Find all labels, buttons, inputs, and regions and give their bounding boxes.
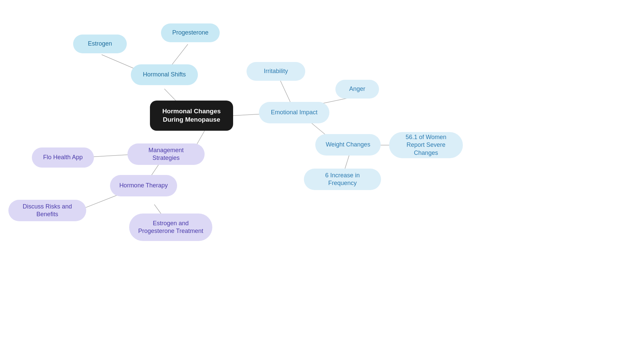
discuss-risks-label: Discuss Risks and Benefits <box>16 203 79 219</box>
estrogen-progesterone-node: Estrogen and Progesterone Treatment <box>129 214 212 241</box>
hormonal-shifts-node: Hormonal Shifts <box>131 64 198 85</box>
hormonal-shifts-label: Hormonal Shifts <box>143 71 186 78</box>
estrogen-progesterone-label: Estrogen and Progesterone Treatment <box>137 220 205 235</box>
hormone-therapy-label: Hormone Therapy <box>119 182 168 189</box>
estrogen-node: Estrogen <box>73 35 127 53</box>
weight-changes-node: Weight Changes <box>315 134 381 156</box>
irritability-label: Irritability <box>264 67 288 75</box>
emotional-impact-node: Emotional Impact <box>259 102 329 123</box>
anger-label: Anger <box>349 85 365 93</box>
severe-changes-node: 56.1 of Women Report Severe Changes <box>389 132 463 158</box>
progesterone-label: Progesterone <box>172 29 208 37</box>
flo-health-app-node: Flo Health App <box>32 147 94 168</box>
severe-changes-label: 56.1 of Women Report Severe Changes <box>396 133 455 157</box>
emotional-impact-label: Emotional Impact <box>271 109 317 116</box>
increase-frequency-label: 6 Increase in Frequency <box>311 172 374 187</box>
center-node: Hormonal Changes During Menopause <box>150 101 233 131</box>
management-strategies-node: Management Strategies <box>127 143 205 165</box>
estrogen-label: Estrogen <box>88 40 112 48</box>
discuss-risks-node: Discuss Risks and Benefits <box>8 200 86 221</box>
center-label: Hormonal Changes During Menopause <box>157 107 226 124</box>
anger-node: Anger <box>335 80 379 99</box>
management-strategies-label: Management Strategies <box>135 146 197 162</box>
increase-frequency-node: 6 Increase in Frequency <box>304 169 381 190</box>
irritability-node: Irritability <box>247 62 305 81</box>
flo-health-app-label: Flo Health App <box>43 154 83 161</box>
hormone-therapy-node: Hormone Therapy <box>110 175 177 196</box>
weight-changes-label: Weight Changes <box>326 141 370 148</box>
progesterone-node: Progesterone <box>161 23 220 42</box>
